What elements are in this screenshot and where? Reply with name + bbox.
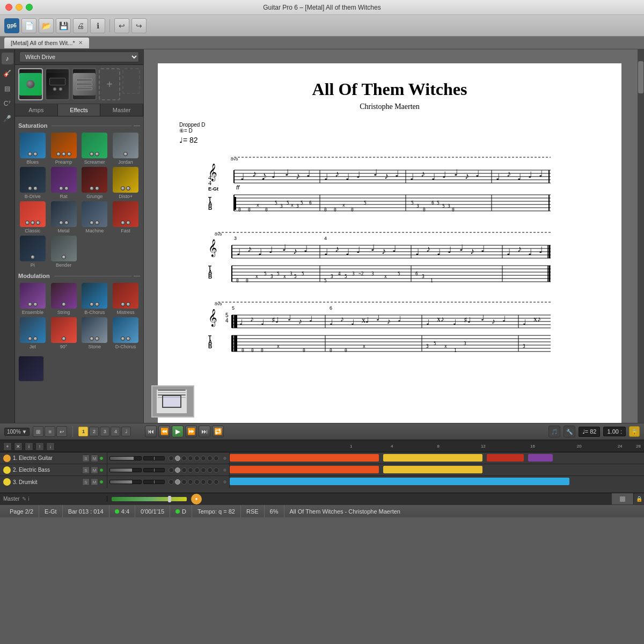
pedal-stone[interactable]: Stone bbox=[80, 317, 109, 349]
master-info-icon[interactable]: i bbox=[28, 496, 30, 502]
saturation-collapse[interactable]: — bbox=[134, 122, 140, 129]
metronome-icon[interactable]: 🎵 bbox=[548, 426, 560, 437]
pedal-bdrive[interactable]: B-Drive bbox=[18, 167, 47, 199]
speed-display[interactable]: 1.00 : bbox=[603, 427, 626, 436]
amp-pedal[interactable] bbox=[45, 68, 70, 100]
block-1a[interactable] bbox=[230, 454, 379, 462]
tab-master[interactable]: Master bbox=[100, 104, 143, 116]
minimize-button[interactable] bbox=[16, 4, 23, 11]
track-pan-1[interactable] bbox=[143, 456, 165, 460]
pedal-grunge[interactable]: Grunge bbox=[80, 167, 109, 199]
pedal-mistress[interactable]: Mistress bbox=[111, 283, 140, 315]
undo-button[interactable]: ↩ bbox=[114, 18, 129, 33]
modulation-collapse[interactable]: — bbox=[134, 272, 140, 280]
tab-main[interactable]: [Metal] All of them Wit...* ✕ bbox=[4, 38, 89, 48]
solo-btn-2[interactable]: S bbox=[82, 466, 90, 474]
master-vol-handle[interactable] bbox=[168, 496, 171, 502]
pedal-machine[interactable]: Machine bbox=[80, 201, 109, 233]
info-button[interactable]: ℹ bbox=[90, 18, 105, 33]
block-2b[interactable] bbox=[383, 466, 482, 473]
minimap[interactable] bbox=[151, 385, 194, 418]
scrollbar-thumb[interactable] bbox=[638, 61, 643, 93]
remove-track-button[interactable]: ✕ bbox=[14, 442, 23, 451]
end-button[interactable]: ⏭ bbox=[199, 426, 210, 437]
italic-button[interactable]: i bbox=[25, 442, 33, 451]
mute-btn-1[interactable]: M bbox=[91, 455, 98, 462]
track-pan-3[interactable] bbox=[143, 480, 165, 484]
pedal-classic[interactable]: Classic bbox=[18, 201, 47, 233]
pedal-fast[interactable]: Fast bbox=[111, 201, 140, 233]
master-vol-bar[interactable] bbox=[112, 497, 187, 501]
solo-btn-1[interactable]: S bbox=[82, 455, 90, 462]
add-track-button[interactable]: + bbox=[3, 442, 12, 451]
lock-button[interactable]: 🔒 bbox=[629, 426, 640, 437]
tab-amps[interactable]: Amps bbox=[15, 104, 58, 116]
pedal-string[interactable]: String bbox=[49, 283, 78, 315]
up-button[interactable]: ↑ bbox=[35, 442, 44, 451]
vertical-scrollbar[interactable] bbox=[638, 49, 644, 423]
pedal-rat[interactable]: Rat bbox=[49, 167, 78, 199]
print-button[interactable]: 🖨 bbox=[73, 18, 88, 33]
maximize-button[interactable] bbox=[26, 4, 33, 11]
pedal-ensemble[interactable]: Ensemble bbox=[18, 283, 47, 315]
track-icon[interactable]: ▤ bbox=[2, 83, 13, 94]
zoom-control[interactable]: 100% ▼ bbox=[4, 428, 30, 436]
pedal-screamer[interactable]: Screamer bbox=[80, 133, 109, 165]
master-scroll-area[interactable] bbox=[612, 493, 633, 504]
block-2a[interactable] bbox=[230, 466, 379, 473]
beat-1[interactable]: 1 bbox=[78, 427, 88, 436]
pedal-blues[interactable]: Blues bbox=[18, 133, 47, 165]
pedal-bender[interactable]: Bender bbox=[49, 236, 78, 268]
add-pedal-button[interactable]: + bbox=[99, 68, 120, 100]
redo-button[interactable]: ↪ bbox=[131, 18, 147, 33]
pedal-dchorus[interactable]: D-Chorus bbox=[111, 317, 140, 349]
pedal-jordan[interactable]: Jordan bbox=[111, 133, 140, 165]
beat-3[interactable]: 3 bbox=[100, 427, 109, 436]
layout-btn-3[interactable]: ↩ bbox=[56, 426, 67, 437]
preset-dropdown[interactable]: Witch Drive bbox=[19, 52, 139, 62]
loop-button[interactable]: 🔁 bbox=[212, 426, 224, 437]
master-pan-knob[interactable]: ● bbox=[191, 494, 202, 504]
pedal-90[interactable]: 90° bbox=[49, 317, 78, 349]
tab-effects[interactable]: Effects bbox=[58, 104, 101, 116]
open-button[interactable]: 📂 bbox=[39, 18, 54, 33]
note-icon[interactable]: ♪ bbox=[2, 53, 13, 64]
beat-2[interactable]: 2 bbox=[89, 427, 99, 436]
beat-note[interactable]: ♩ bbox=[121, 427, 131, 436]
block-3a[interactable] bbox=[230, 478, 569, 485]
cabinet-pedal[interactable] bbox=[72, 68, 97, 100]
mic-icon[interactable]: 🎤 bbox=[2, 113, 13, 125]
extra-pedal[interactable] bbox=[18, 356, 44, 382]
block-1b[interactable] bbox=[383, 454, 482, 462]
track-vol-2[interactable] bbox=[109, 468, 142, 472]
track-pan-2[interactable] bbox=[143, 468, 165, 472]
rewind-button[interactable]: ⏮ bbox=[145, 426, 157, 437]
layout-btn-1[interactable]: ⊞ bbox=[33, 426, 43, 437]
mute-btn-2[interactable]: M bbox=[91, 466, 98, 474]
solo-btn-3[interactable]: S bbox=[82, 478, 90, 486]
guitar-icon[interactable]: 🎸 bbox=[2, 68, 13, 79]
down-button[interactable]: ↓ bbox=[46, 442, 55, 451]
tuner-icon[interactable]: 🔧 bbox=[564, 426, 575, 437]
block-1d[interactable] bbox=[528, 454, 553, 462]
mute-btn-3[interactable]: M bbox=[91, 478, 98, 486]
master-edit-icon[interactable]: ✎ bbox=[22, 496, 26, 502]
pedal-metal[interactable]: Metal bbox=[49, 201, 78, 233]
forward-button[interactable]: ⏩ bbox=[185, 426, 197, 437]
beat-4[interactable]: 4 bbox=[111, 427, 120, 436]
pedal-pi[interactable]: Pi bbox=[18, 236, 47, 268]
chord-icon[interactable]: C⁷ bbox=[2, 98, 13, 109]
tab-close-icon[interactable]: ✕ bbox=[78, 40, 83, 46]
close-button[interactable] bbox=[5, 4, 12, 11]
save-button[interactable]: 💾 bbox=[56, 18, 71, 33]
track-vol-3[interactable] bbox=[109, 480, 142, 484]
back-button[interactable]: ⏪ bbox=[158, 426, 170, 437]
pedal-disto[interactable]: Disto+ bbox=[111, 167, 140, 199]
pedal-jet[interactable]: Jet bbox=[18, 317, 47, 349]
master-lock[interactable]: 🔒 bbox=[633, 493, 644, 504]
tempo-display[interactable]: ♩= 82 bbox=[579, 427, 601, 437]
layout-btn-2[interactable]: ≡ bbox=[45, 426, 55, 437]
pedal-preamp[interactable]: Preamp bbox=[49, 133, 78, 165]
new-button[interactable]: 📄 bbox=[21, 18, 36, 33]
block-1c[interactable] bbox=[487, 454, 524, 462]
